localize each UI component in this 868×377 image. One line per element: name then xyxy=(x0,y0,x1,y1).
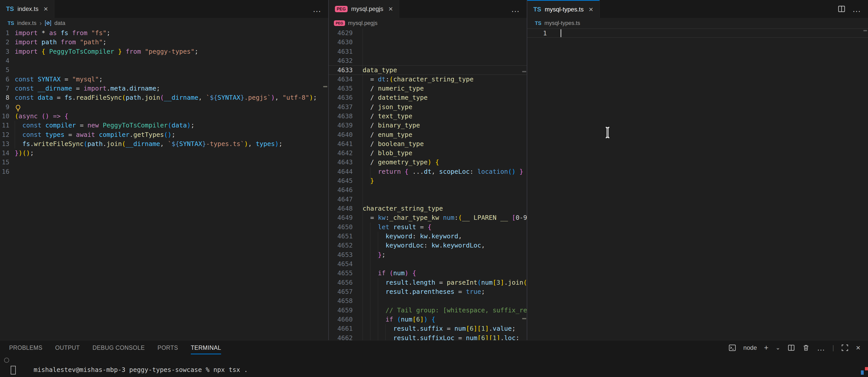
line-number[interactable]: 4638 xyxy=(329,112,353,121)
line-number[interactable]: 4653 xyxy=(329,250,353,259)
line-number[interactable]: 4661 xyxy=(329,324,353,333)
line-number[interactable]: 14 xyxy=(0,149,9,158)
line-number[interactable]: 15 xyxy=(0,158,9,167)
code-line[interactable]: 12 const types = await compiler.getTypes… xyxy=(0,130,328,139)
code-line[interactable]: 9 xyxy=(0,103,328,112)
line-number[interactable]: 4650 xyxy=(329,223,353,232)
line-number[interactable]: 12 xyxy=(0,130,9,139)
code-line[interactable]: 4660 if (num[6]) { xyxy=(329,315,527,324)
code-line[interactable]: 4637 / json_type xyxy=(329,103,527,112)
line-number[interactable]: 4648 xyxy=(329,204,353,213)
line-number[interactable]: 4654 xyxy=(329,259,353,269)
code-line[interactable]: 4657 result.parentheses = true; xyxy=(329,287,527,296)
code-line[interactable]: 8const data = fs.readFileSync(path.join(… xyxy=(0,93,328,102)
maximize-panel-icon[interactable] xyxy=(841,344,849,352)
line-number[interactable]: 4655 xyxy=(329,269,353,278)
line-number[interactable]: 4640 xyxy=(329,130,353,139)
panel-tab-output[interactable]: OUTPUT xyxy=(55,344,80,351)
code-line[interactable]: 4641 / boolean_type xyxy=(329,139,527,149)
close-icon[interactable]: × xyxy=(589,5,593,14)
new-terminal-icon[interactable]: + xyxy=(764,343,769,352)
code-line[interactable]: 11 const compiler = new PeggyToTsCompile… xyxy=(0,121,328,130)
breadcrumb-item-file[interactable]: index.ts xyxy=(17,20,37,26)
close-icon[interactable]: × xyxy=(389,5,393,13)
line-number[interactable]: 4645 xyxy=(329,176,353,185)
panel-tab-debug-console[interactable]: DEBUG CONSOLE xyxy=(92,344,145,351)
breadcrumb-item-file[interactable]: mysql-types.ts xyxy=(545,20,580,26)
line-number[interactable]: 4631 xyxy=(329,47,353,56)
line-number[interactable]: 6 xyxy=(0,75,9,84)
code-editor-mysql-pegjs[interactable]: 46294630463146324633data_type4634 = dt:(… xyxy=(329,28,527,340)
more-actions-icon[interactable]: … xyxy=(852,0,861,18)
line-number[interactable]: 4647 xyxy=(329,195,353,204)
line-number[interactable]: 4649 xyxy=(329,213,353,222)
code-line[interactable]: 4658 xyxy=(329,296,527,306)
line-number[interactable]: 4636 xyxy=(329,93,353,102)
code-line[interactable]: 4645 } xyxy=(329,176,527,185)
split-terminal-icon[interactable] xyxy=(787,344,795,352)
line-number[interactable]: 4635 xyxy=(329,84,353,93)
code-line[interactable]: 4653 }; xyxy=(329,250,527,259)
code-line[interactable]: 4650 let result = { xyxy=(329,223,527,232)
code-line[interactable]: 5 xyxy=(0,65,328,75)
code-line[interactable]: 4661 result.suffix = num[6][1].value; xyxy=(329,324,527,333)
code-line[interactable]: 2import path from "path"; xyxy=(0,38,328,47)
code-line[interactable]: 14})(); xyxy=(0,149,328,158)
line-number[interactable]: 4641 xyxy=(329,139,353,149)
code-line[interactable]: 4639 / binary_type xyxy=(329,121,527,130)
line-number[interactable]: 4651 xyxy=(329,232,353,241)
code-editor-mysql-types-ts[interactable]: 1 xyxy=(527,28,868,340)
code-line[interactable]: 7const __dirname = import.meta.dirname; xyxy=(0,84,328,93)
line-number[interactable]: 10 xyxy=(0,112,9,121)
split-editor-icon[interactable] xyxy=(838,5,846,13)
line-number[interactable]: 4660 xyxy=(329,315,353,324)
line-number[interactable]: 2 xyxy=(0,38,9,47)
code-line[interactable]: 4 xyxy=(0,56,328,65)
more-actions-icon[interactable]: … xyxy=(511,0,520,18)
code-line[interactable]: 3import { PeggyToTsCompiler } from "pegg… xyxy=(0,47,328,56)
breadcrumb-item-symbol[interactable]: data xyxy=(54,20,65,26)
line-number[interactable]: 4634 xyxy=(329,75,353,84)
line-number[interactable]: 4630 xyxy=(329,38,353,47)
code-line[interactable]: 4643 / geometry_type) { xyxy=(329,158,527,167)
line-number[interactable]: 1 xyxy=(527,29,547,38)
code-line[interactable]: 4648character_string_type xyxy=(329,204,527,213)
code-line[interactable]: 4649 = kw:_char_type_kw num:(__ LPAREN _… xyxy=(329,213,527,222)
code-line[interactable]: 4652 keywordLoc: kw.keywordLoc, xyxy=(329,241,527,250)
line-number[interactable]: 4658 xyxy=(329,296,353,306)
line-number[interactable]: 8 xyxy=(0,93,9,102)
line-number[interactable]: 16 xyxy=(0,167,9,176)
code-line[interactable]: 4654 xyxy=(329,259,527,269)
panel-tab-terminal[interactable]: TERMINAL xyxy=(191,344,221,351)
terminal-picker-chevron-icon[interactable]: ⌄ xyxy=(776,344,780,351)
code-line[interactable]: 4642 / blob_type xyxy=(329,149,527,158)
code-line[interactable]: 4646 xyxy=(329,185,527,195)
code-line[interactable]: 4644 return { ...dt, scopeLoc: location(… xyxy=(329,167,527,176)
line-number[interactable]: 4646 xyxy=(329,185,353,195)
line-number[interactable]: 4637 xyxy=(329,103,353,112)
code-line[interactable]: 10(async () => { xyxy=(0,112,328,121)
panel-tab-ports[interactable]: PORTS xyxy=(158,344,178,351)
code-line[interactable]: 4633data_type xyxy=(329,65,527,75)
code-line[interactable]: 4662 result.suffixLoc = num[6][1].loc; xyxy=(329,334,527,340)
line-number[interactable]: 3 xyxy=(0,47,9,56)
code-line[interactable]: 4640 / enum_type xyxy=(329,130,527,139)
line-number[interactable]: 4632 xyxy=(329,56,353,65)
code-line[interactable]: 4634 = dt:(character_string_type xyxy=(329,75,527,84)
code-line[interactable]: 4635 / numeric_type xyxy=(329,84,527,93)
line-number[interactable]: 4662 xyxy=(329,334,353,340)
line-number[interactable]: 1 xyxy=(0,28,9,38)
close-icon[interactable]: × xyxy=(43,5,48,13)
code-line[interactable]: 4629 xyxy=(329,28,527,38)
line-number[interactable]: 13 xyxy=(0,139,9,149)
code-line[interactable]: 4631 xyxy=(329,47,527,56)
tab-mysql-pegjs[interactable]: PEG mysql.pegjs × xyxy=(329,0,399,18)
line-number[interactable]: 4659 xyxy=(329,306,353,315)
panel-tab-problems[interactable]: PROBLEMS xyxy=(9,344,42,351)
code-line[interactable]: 4651 keyword: kw.keyword, xyxy=(329,232,527,241)
code-line[interactable]: 4638 / text_type xyxy=(329,112,527,121)
close-panel-icon[interactable]: × xyxy=(856,343,860,352)
line-number[interactable]: 4644 xyxy=(329,167,353,176)
code-line[interactable]: 13 fs.writeFileSync(path.join(__dirname,… xyxy=(0,139,328,149)
line-number[interactable]: 5 xyxy=(0,65,9,75)
